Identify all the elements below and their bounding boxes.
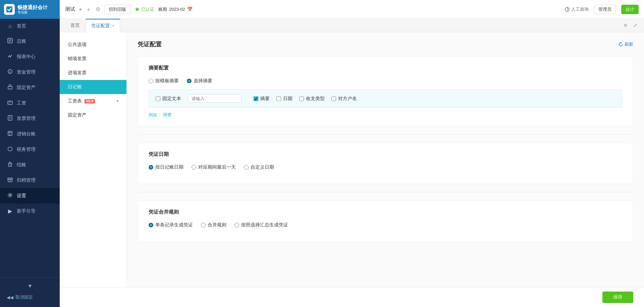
left-nav-purchase[interactable]: 进项发票 <box>60 66 126 80</box>
radio-daily-label: 按日记账日期 <box>155 164 183 170</box>
summary-checkbox[interactable] <box>254 96 258 101</box>
cancel-fixed-label: 取消固定 <box>15 294 33 300</box>
radio-single-record[interactable]: 单条记录生成凭证 <box>149 222 193 228</box>
radio-daily-date[interactable]: 按日记账日期 <box>149 164 183 170</box>
refresh-label: 刷新 <box>625 41 633 47</box>
tax-icon <box>7 146 13 153</box>
sidebar-label-tax: 税务管理 <box>17 146 36 152</box>
radio-period-last[interactable]: 对应期间最后一天 <box>192 164 236 170</box>
left-nav-journal[interactable]: 日记账 <box>60 80 126 94</box>
cancel-fixed-btn[interactable]: ◀◀ 取消固定 <box>0 291 60 304</box>
left-nav-salary[interactable]: 工资表 NEW ▾ <box>60 94 126 108</box>
radio-single-input[interactable] <box>149 223 153 227</box>
guide-icon: ▶ <box>7 208 13 214</box>
summary-checkbox-row: 固定文本 摘要 日期 收支类型 <box>149 89 622 108</box>
radio-select-label: 选择摘要 <box>194 78 212 84</box>
sidebar-label-payroll: 工资 <box>17 100 26 106</box>
sidebar-item-ledger[interactable]: 总账 <box>0 34 60 49</box>
tab-close-window-btn[interactable]: ✕ <box>622 21 629 30</box>
example-label: 例如： <box>149 112 162 117</box>
merge-section: 凭证合并规则 单条记录生成凭证 合并规则 按照选择汇总生成凭证 <box>138 201 633 242</box>
left-nav-sales-label: 销项发票 <box>68 56 87 62</box>
radio-daily-input[interactable] <box>149 165 153 170</box>
sidebar-item-guide[interactable]: ▶ 新手引导 <box>0 204 60 219</box>
left-nav-sales[interactable]: 销项发票 <box>60 52 126 66</box>
left-nav-public-label: 公共选项 <box>68 42 87 48</box>
date-radio-group: 按日记账日期 对应期间最后一天 自定义日期 <box>149 164 622 170</box>
sidebar-item-archive[interactable]: 归档管理 <box>0 173 60 188</box>
panel-title-row: 凭证配置 刷新 <box>138 40 633 48</box>
content-area: 公共选项 销项发票 进项发票 日记账 工资表 NEW ▾ 固定资产 <box>60 32 644 287</box>
checkbox-summary[interactable]: 摘要 <box>254 96 270 102</box>
payment-type-label: 收支类型 <box>306 96 325 102</box>
period-value: 2023-02 <box>169 7 185 12</box>
counterpart-checkbox[interactable] <box>331 96 336 101</box>
left-nav-salary-label: 工资表 <box>68 98 82 104</box>
calendar-icon[interactable]: 📅 <box>187 7 193 12</box>
sidebar: 畅捷通好会计 专业版 ⌂ 首页 总账 报表中心 ¥ 资金管理 <box>0 0 60 307</box>
logo-text: 畅捷通好会计 专业版 <box>17 4 48 14</box>
sidebar-item-report[interactable]: 报表中心 <box>0 49 60 64</box>
tab-close-icon[interactable]: × <box>112 24 114 28</box>
radio-custom-date[interactable]: 自定义日期 <box>244 164 274 170</box>
main-panel: 凭证配置 刷新 摘要配置 按模板摘要 选择摘要 <box>127 32 644 287</box>
switch-old-btn[interactable]: 切到旧版 <box>104 5 130 14</box>
sidebar-item-home[interactable]: ⌂ 首页 <box>0 19 60 34</box>
checkbox-counterpart[interactable]: 对方户名 <box>331 96 357 102</box>
sidebar-label-capital: 资金管理 <box>17 69 36 75</box>
topbar-add-icon[interactable]: ＋ <box>86 5 92 13</box>
tab-home[interactable]: 首页 <box>65 19 86 32</box>
service-label: 人工咨询 <box>571 6 589 12</box>
new-badge: NEW <box>85 99 95 103</box>
radio-merge-input[interactable] <box>201 223 206 227</box>
bottom-bar: 保存 <box>60 287 644 307</box>
checkbox-date[interactable]: 日期 <box>276 96 292 102</box>
left-nav-public[interactable]: 公共选项 <box>60 38 126 52</box>
date-checkbox[interactable] <box>276 96 281 101</box>
radio-single-label: 单条记录生成凭证 <box>155 222 193 228</box>
report-icon <box>7 53 13 60</box>
sidebar-item-trade[interactable]: 进销台账 <box>0 126 60 142</box>
radio-select-input[interactable] <box>187 79 192 83</box>
sidebar-item-invoice[interactable]: 发票管理 <box>0 111 60 126</box>
radio-select[interactable]: 选择摘要 <box>187 78 212 84</box>
sidebar-label-ledger: 总账 <box>17 38 26 44</box>
topbar-settings-icon[interactable]: ⚙ <box>96 6 100 12</box>
radio-custom-input[interactable] <box>244 165 249 170</box>
radio-period-last-input[interactable] <box>192 165 196 170</box>
left-nav-fixed-asset[interactable]: 固定资产 <box>60 108 126 122</box>
radio-select-merge-input[interactable] <box>234 223 239 227</box>
sidebar-label-home: 首页 <box>17 23 26 29</box>
sidebar-item-settings[interactable]: 设置 <box>0 188 60 204</box>
sidebar-item-payroll[interactable]: 工资 <box>0 95 60 111</box>
topbar-dropdown-icon[interactable]: ▾ <box>79 7 82 12</box>
tab-expand-btn[interactable]: ⤢ <box>632 21 639 30</box>
sidebar-item-tax[interactable]: 税务管理 <box>0 142 60 157</box>
main-area: 测试 ▾ ＋ ⚙ 切到旧版 已认证 账期 2023-02 📅 人工咨询 管理员 … <box>60 0 644 307</box>
tabbar: 首页 凭证配置 × ✕ ⤢ <box>60 19 644 32</box>
tab-voucher[interactable]: 凭证配置 × <box>86 19 120 32</box>
payment-type-checkbox[interactable] <box>299 96 304 101</box>
merge-section-title: 凭证合并规则 <box>149 209 622 215</box>
sidebar-item-asset[interactable]: 固定资产 <box>0 80 60 95</box>
radio-template-input[interactable] <box>149 79 153 83</box>
sidebar-item-close[interactable]: 结账 <box>0 157 60 173</box>
service-btn[interactable]: 人工咨询 <box>565 6 589 12</box>
refresh-btn[interactable]: 刷新 <box>619 41 633 47</box>
radio-template[interactable]: 按模板摘要 <box>149 78 179 84</box>
left-nav-journal-label: 日记账 <box>68 84 82 90</box>
fixed-text-checkbox[interactable] <box>156 96 160 101</box>
radio-select-merge[interactable]: 按照选择汇总生成凭证 <box>234 222 288 228</box>
checkbox-payment-type[interactable]: 收支类型 <box>299 96 325 102</box>
radio-merge-rule[interactable]: 合并规则 <box>201 222 226 228</box>
logo-icon <box>4 4 15 15</box>
fixed-text-input[interactable] <box>188 94 241 103</box>
accountant-btn[interactable]: 会计 <box>621 5 639 14</box>
sidebar-item-capital[interactable]: ¥ 资金管理 <box>0 64 60 80</box>
sidebar-label-guide: 新手引导 <box>17 208 36 214</box>
ledger-icon <box>7 38 13 45</box>
manager-btn[interactable]: 管理员 <box>594 5 616 14</box>
home-icon: ⌂ <box>7 23 13 29</box>
checkbox-fixed-text[interactable]: 固定文本 <box>156 96 181 102</box>
save-btn[interactable]: 保存 <box>602 292 633 303</box>
